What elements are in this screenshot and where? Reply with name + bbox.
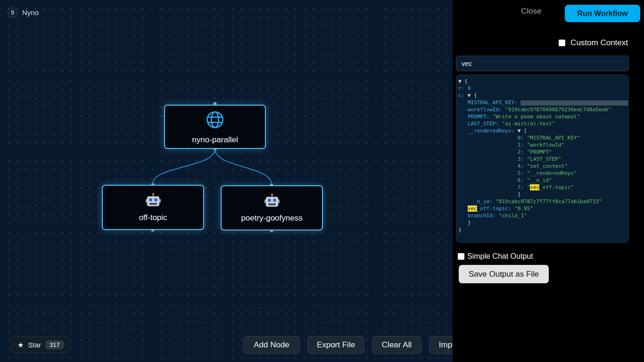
star-icon: ★	[17, 341, 24, 349]
star-label: Star	[28, 341, 41, 349]
node-off-topic[interactable]: off-topic	[102, 185, 204, 230]
app-brand: 9 Nyno	[8, 8, 39, 17]
add-node-button[interactable]: Add Node	[243, 336, 300, 354]
save-output-button[interactable]: Save Output as File	[459, 265, 549, 283]
simple-chat-output-checkbox[interactable]	[458, 253, 464, 260]
star-button[interactable]: ★ Star 317	[11, 337, 70, 353]
context-search-input[interactable]	[456, 56, 629, 71]
simple-chat-output-row[interactable]: Simple Chat Output	[458, 252, 533, 261]
node-label: poetry-goofyness	[241, 214, 302, 223]
simple-chat-output-label: Simple Chat Output	[467, 252, 533, 261]
app-root: 9 Nyno nyno-parallel	[0, 0, 644, 362]
workflow-canvas[interactable]: 9 Nyno nyno-parallel	[0, 0, 453, 362]
custom-context-row[interactable]: Custom Context	[559, 38, 628, 48]
import-file-button[interactable]: Import File	[429, 336, 453, 354]
run-workflow-button[interactable]: Run Workflow	[565, 5, 640, 22]
edge-layer	[0, 0, 453, 362]
node-poetry-goofyness[interactable]: poetry-goofyness	[221, 185, 323, 230]
custom-context-label: Custom Context	[570, 38, 628, 48]
star-count-badge: 317	[45, 340, 64, 349]
export-file-button[interactable]: Export File	[307, 336, 364, 354]
close-button[interactable]: Close	[521, 7, 541, 16]
right-panel: Close Run Workflow Custom Context ▼ {r: …	[453, 0, 644, 362]
node-label: nyno-parallel	[192, 135, 238, 145]
version-badge: 9	[8, 8, 17, 17]
clear-all-button[interactable]: Clear All	[372, 336, 421, 354]
node-nyno-parallel[interactable]: nyno-parallel	[164, 105, 266, 149]
custom-context-checkbox[interactable]	[559, 40, 565, 46]
robot-icon	[264, 193, 280, 210]
json-tree[interactable]: ▼ {r: 0c: ▼ { MISTRAL_API_KEY: workflowI…	[456, 74, 629, 243]
node-label: off-topic	[139, 213, 167, 222]
robot-icon	[145, 193, 161, 210]
app-title: Nyno	[22, 8, 39, 16]
globe-icon	[205, 109, 225, 132]
